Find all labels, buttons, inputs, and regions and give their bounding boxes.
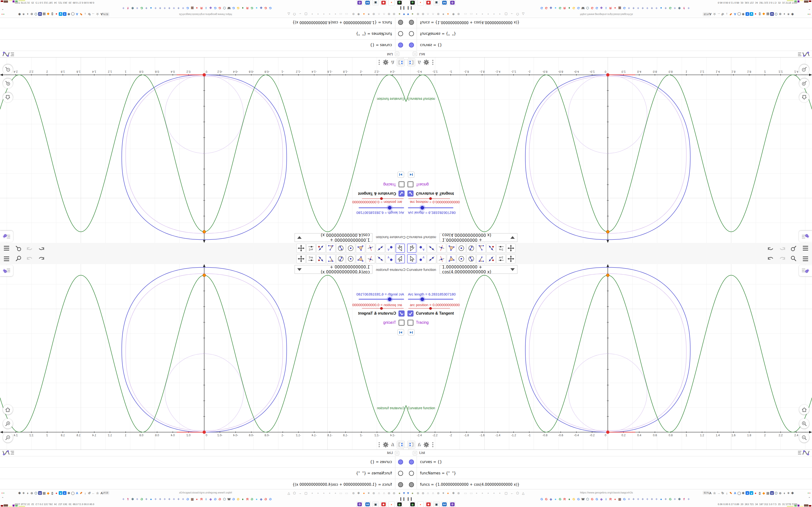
bookmark-favicon-15[interactable]: R — [200, 497, 203, 501]
extension-icon-11[interactable]: ● — [55, 12, 58, 16]
extension-icon-20[interactable]: ✱ — [18, 12, 21, 16]
extension-icon-13[interactable]: ◆ — [46, 491, 50, 495]
extension-icon-15[interactable]: U — [770, 12, 774, 16]
conic-tool-button[interactable] — [467, 243, 476, 253]
nav-glyph-7[interactable]: ▢ — [305, 12, 307, 16]
gear-icon[interactable] — [383, 59, 389, 65]
nav-glyph-2[interactable]: ∘ — [475, 12, 477, 16]
bookmark-favicon-28[interactable]: G — [140, 497, 144, 501]
collapse-list-button[interactable]: − — [413, 52, 417, 56]
bookmark-favicon-9[interactable]: W — [581, 6, 585, 10]
split-view-button[interactable] — [397, 441, 405, 449]
fx-icon[interactable]: fx — [418, 60, 421, 65]
taskbar-app-2[interactable]: ✱ — [380, 501, 387, 507]
extension-icon-16[interactable]: ⬠ — [34, 491, 38, 495]
menu-button[interactable] — [3, 255, 10, 263]
visibility-marble[interactable] — [409, 459, 414, 464]
bookmark-favicon-16[interactable]: ● — [195, 497, 199, 501]
bookmark-favicon-21[interactable]: ✦ — [636, 497, 640, 501]
bookmark-favicon-28[interactable]: G — [668, 6, 672, 10]
nav-glyph-5[interactable]: ∘ — [317, 492, 319, 495]
nav-glyph-2[interactable]: ∘ — [475, 492, 477, 495]
graphics-stylebar-toggle[interactable] — [799, 231, 812, 242]
nav-glyph-4[interactable]: ∘ — [323, 492, 325, 495]
extension-icon-6[interactable]: A — [733, 491, 737, 495]
bookmark-favicon-5[interactable]: R — [246, 497, 249, 501]
redo-button[interactable] — [26, 255, 33, 263]
extension-icon-17[interactable]: ⊕ — [778, 12, 782, 16]
extension-icon-9[interactable]: + — [746, 491, 749, 495]
bookmark-favicon-17[interactable]: ▦ — [618, 497, 621, 501]
move-view-tool-button[interactable] — [506, 254, 515, 264]
nav-glyph-8[interactable]: ← — [298, 12, 302, 16]
circle-tool-button[interactable] — [346, 243, 355, 253]
extension-icon-4[interactable]: ↓ — [725, 12, 729, 16]
taskbar-app-1[interactable]: ● — [388, 0, 395, 6]
extension-icon-8[interactable]: ✱ — [742, 12, 745, 16]
bookmark-favicon-12[interactable]: G — [213, 497, 217, 501]
extension-icon-4[interactable]: ↓ — [725, 491, 729, 495]
line-tool-button[interactable] — [376, 254, 385, 264]
circle-tool-button[interactable] — [457, 254, 466, 264]
bookmark-favicon-14[interactable]: i — [604, 6, 608, 10]
visibility-marble[interactable] — [409, 32, 414, 37]
extension-icon-10[interactable]: v — [59, 491, 62, 495]
bookmark-favicon-5[interactable]: R — [563, 497, 566, 501]
extension-icon-5[interactable]: ✎ — [79, 12, 83, 16]
nav-glyph-1[interactable]: ▭ — [470, 492, 473, 495]
bookmark-favicon-29[interactable]: ✦ — [135, 497, 139, 501]
kebab-menu-icon[interactable] — [432, 59, 434, 65]
extension-icon-16[interactable]: ⬠ — [774, 12, 778, 16]
nav-glyph-4[interactable]: ∘ — [323, 12, 325, 16]
circle-tool-button[interactable] — [346, 254, 355, 264]
status-icon-4[interactable]: ∩ — [427, 492, 429, 495]
taskbar-app-5[interactable]: ʘ — [449, 501, 456, 507]
fx-icon[interactable]: fx — [418, 442, 421, 447]
undo-button[interactable] — [767, 244, 774, 252]
status-icon-2[interactable]: ⊕ — [417, 492, 419, 495]
slider-tool-button[interactable]: a=2 — [496, 254, 506, 264]
undo-button[interactable] — [767, 255, 774, 263]
bookmark-favicon-14[interactable]: i — [604, 497, 608, 501]
status-icon-8[interactable]: ● — [447, 12, 449, 16]
extension-icon-0[interactable]: A — [709, 12, 712, 16]
bookmark-favicon-29[interactable]: ✦ — [673, 497, 677, 501]
graphics-view[interactable]: -2.4-2.2-2-1.8-1.6-1.4-1.2-1-0.8-0.6-0.4… — [406, 57, 812, 243]
bookmark-favicon-8[interactable]: G — [576, 6, 580, 10]
status-icon-10[interactable]: ⊕ — [352, 12, 355, 16]
taskbar-app-4[interactable]: 64 — [364, 0, 371, 6]
home-button[interactable] — [3, 93, 13, 102]
bookmark-favicon-23[interactable]: ✦ — [646, 497, 649, 501]
taskbar-app-3[interactable]: ▦ — [372, 501, 379, 507]
bookmark-favicon-29[interactable]: ✦ — [673, 6, 677, 10]
status-icon-1[interactable]: ● — [412, 12, 413, 16]
chevron-up-icon[interactable]: ⌃ — [808, 7, 811, 10]
polygon-tool-button[interactable] — [356, 254, 365, 264]
bookmark-favicon-10[interactable]: ⬠ — [586, 6, 590, 10]
tracing-checkbox[interactable] — [407, 320, 413, 326]
extension-icon-7[interactable]: ◯ — [737, 12, 741, 16]
bookmark-favicon-20[interactable]: ✦ — [176, 6, 180, 10]
bookmark-favicon-28[interactable]: G — [140, 6, 144, 10]
bookmark-favicon-2[interactable]: ◆ — [549, 497, 553, 501]
bookmark-favicon-0[interactable]: G — [540, 6, 544, 10]
extension-icon-10[interactable]: v — [750, 491, 753, 495]
status-icon-5[interactable]: ∩ — [432, 492, 434, 495]
trace-point[interactable] — [203, 230, 206, 233]
polygon-tool-button[interactable] — [356, 243, 365, 253]
bookmark-favicon-7[interactable]: G — [572, 6, 576, 10]
status-icon-6[interactable]: ⊕ — [437, 12, 440, 16]
line-tool-button[interactable] — [427, 243, 436, 253]
arc-position-slider[interactable] — [362, 199, 404, 199]
extension-icon-20[interactable]: ✱ — [791, 12, 794, 16]
taskbar-app-0[interactable]: ▣ — [409, 0, 416, 6]
zoom-out-button[interactable] — [799, 64, 809, 74]
bookmark-favicon-32[interactable]: ✦ — [121, 6, 125, 10]
extension-icon-11[interactable]: ● — [754, 491, 757, 495]
bookmark-favicon-13[interactable]: ◆ — [600, 6, 603, 10]
nav-glyph-10[interactable]: △ — [522, 12, 524, 16]
graphics-stylebar-toggle[interactable] — [0, 231, 13, 242]
taskbar-app-3[interactable]: ▦ — [433, 501, 440, 507]
arc-length-slider[interactable] — [359, 207, 404, 208]
curvature-function-dropdown[interactable]: 1.000000000000 + cos(4.000000000000 x) — [440, 265, 517, 274]
